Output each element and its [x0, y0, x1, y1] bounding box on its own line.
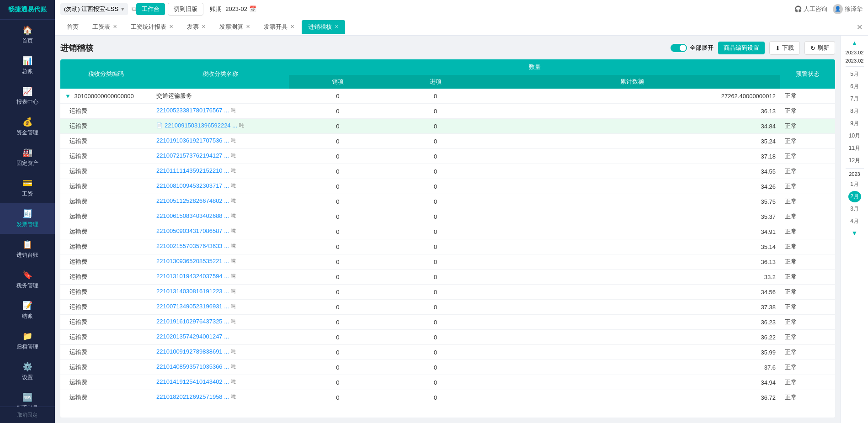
sidebar-item-ledger[interactable]: 📊 总账 [0, 50, 55, 81]
calendar-month-12[interactable]: 12月 [844, 155, 865, 166]
tab-home[interactable]: 首页 [60, 20, 85, 34]
calendar-month-4[interactable]: 4月 [844, 216, 865, 227]
sidebar-item-finance[interactable]: 💰 资金管理 [0, 111, 55, 142]
sidebar-item-tax[interactable]: 🔖 税务管理 [0, 264, 55, 295]
close-icon[interactable]: ✕ [202, 24, 206, 30]
table-row[interactable]: 运输费 22101910361921707536 ... 吨 0 0 35.24… [60, 134, 835, 149]
close-icon[interactable]: ✕ [335, 24, 339, 30]
toggle-track[interactable] [671, 44, 687, 52]
calendar-month-8[interactable]: 8月 [844, 106, 865, 117]
sidebar-item-guide[interactable]: 🆕 新手引导 [0, 387, 55, 407]
calendar-month-5[interactable]: 5月 [844, 69, 865, 80]
table-row[interactable]: 运输费 22101309365208535221 ... 吨 0 0 36.13… [60, 254, 835, 270]
tab-salary[interactable]: 工资表 ✕ [86, 20, 123, 34]
status-cell: 正常 [780, 375, 835, 390]
calendar-month-3[interactable]: 3月 [844, 203, 865, 215]
table-row[interactable]: ▼ 301000000000000000 交通运输服务 0 0 27262.40… [60, 89, 835, 104]
table-row[interactable]: 运输费 22101009192789838691 ... 吨 0 0 35.99… [60, 345, 835, 360]
item-name: 运输费 [69, 288, 87, 295]
refresh-icon: ↻ [810, 45, 815, 52]
invoice-no: 22100915031396592224 ... [165, 122, 237, 129]
calendar-icon[interactable]: 📅 [249, 5, 256, 12]
table-row[interactable]: 运输费 22100511252826674802 ... 吨 0 0 35.75… [60, 194, 835, 209]
workspace-button[interactable]: 工作台 [136, 3, 165, 15]
tax-name-cell: 22101408593571035366 ... 吨 [152, 360, 289, 373]
sidebar-item-salary[interactable]: 💳 工资 [0, 173, 55, 203]
header-actions: 全部展开 商品编码设置 ⬇ 下载 ↻ 刷新 [671, 41, 835, 55]
table-row[interactable]: 运输费 22100810094532303717 ... 吨 0 0 34.26… [60, 179, 835, 194]
status-cell: 正常 [780, 209, 835, 224]
tax-code-cell: 运输费 [60, 239, 152, 254]
unit-badge: 吨 [231, 137, 236, 144]
table-row[interactable]: 运输费 22101408593571035366 ... 吨 0 0 37.6 … [60, 360, 835, 375]
table-row[interactable]: 运输费 22100721573762194127 ... 吨 0 0 37.18… [60, 149, 835, 164]
table-row[interactable]: 运输费 22100713490523196931 ... 吨 0 0 37.38… [60, 300, 835, 315]
calendar-month-9[interactable]: 9月 [844, 118, 865, 129]
sidebar-item-invoice-mgmt[interactable]: 🧾 发票管理 [0, 203, 55, 234]
calendar-nav-up[interactable]: ▲ [849, 37, 860, 48]
calendar-nav-down[interactable]: ▼ [849, 227, 860, 238]
table-row[interactable]: 运输费 22100215570357643633 ... 吨 0 0 35.14… [60, 239, 835, 254]
tab-invoice[interactable]: 发票 ✕ [181, 20, 212, 34]
calendar-month-2-active[interactable]: 2月 [848, 191, 861, 202]
tab-invoice-open[interactable]: 发票开具 ✕ [257, 20, 301, 34]
table-row[interactable]: 运输费 22101419125410143402 ... 吨 0 0 34.94… [60, 375, 835, 390]
sales-cell: 0 [289, 149, 387, 164]
copy-icon[interactable]: ⧉ [132, 5, 136, 13]
help-button[interactable]: 🎧 人工咨询 [794, 5, 827, 13]
table-row[interactable]: 运输费 22101916102976437325 ... 吨 0 0 36.23… [60, 315, 835, 330]
purchase-cell: 0 [387, 315, 485, 330]
download-button[interactable]: ⬇ 下载 [769, 41, 800, 55]
switch-version-button[interactable]: 切到旧版 [168, 3, 203, 16]
sidebar-item-assets[interactable]: 🏭 固定资产 [0, 142, 55, 173]
tax-code-cell: 运输费 [60, 285, 152, 300]
tax-name-cell: 22100721573762194127 ... 吨 [152, 149, 289, 162]
company-selector[interactable]: (勿动) 江西报宝-LSS ▾ [60, 3, 128, 15]
table-row[interactable]: 运输费 📄 22100915031396592224 ... 吨 0 0 34.… [60, 119, 835, 134]
table-row[interactable]: 运输费 22101310194324037594 ... 吨 0 0 33.2 … [60, 270, 835, 285]
sidebar-item-label: 发票管理 [16, 221, 38, 228]
expand-arrow-icon[interactable]: ▼ [65, 93, 71, 100]
table-row[interactable]: 运输费 22100509034317086587 ... 吨 0 0 34.91… [60, 224, 835, 239]
sidebar-item-label: 工资 [22, 190, 33, 198]
pin-button[interactable]: 取消固定 [0, 407, 55, 423]
table-row[interactable]: 运输费 22102013574294001247 ... 0 0 36.22 正… [60, 330, 835, 345]
sidebar-item-purchase-sales[interactable]: 📋 进销台账 [0, 234, 55, 264]
user-menu[interactable]: 👤 徐泽华 [833, 4, 863, 14]
calendar-panel: ▲ 2023.02 2023.02 5月 6月 7月 8月 9月 10月 11月… [841, 36, 868, 423]
table-row[interactable]: 运输费 22101314030816191223 ... 吨 0 0 34.56… [60, 285, 835, 300]
table-row[interactable]: 运输费 22100523381780176567 ... 吨 0 0 36.13… [60, 104, 835, 119]
invoice-no: 22100509034317086587 ... [156, 227, 229, 234]
calendar-month-10[interactable]: 10月 [844, 130, 865, 142]
product-code-setting-button[interactable]: 商品编码设置 [718, 42, 765, 54]
tab-invoice-calc[interactable]: 发票测算 ✕ [213, 20, 256, 34]
invoice-no: 22100721573762194127 ... [156, 152, 229, 159]
close-icon[interactable]: ✕ [246, 24, 250, 30]
calendar-month-6[interactable]: 6月 [844, 81, 865, 92]
unit-badge: 吨 [231, 243, 236, 249]
table-row[interactable]: 运输费 22101820212692571958 ... 吨 0 0 36.72… [60, 390, 835, 405]
table-row[interactable]: 运输费 22101111143592152210 ... 吨 0 0 34.55… [60, 164, 835, 179]
close-icon[interactable]: ✕ [169, 24, 173, 30]
table-row[interactable]: 运输费 22100615083403402688 ... 吨 0 0 35.37… [60, 209, 835, 224]
cumulative-cell: 36.23 [485, 315, 780, 330]
tab-reconcile[interactable]: 进销稽核 ✕ [302, 20, 345, 34]
sidebar-item-archive[interactable]: 📁 归档管理 [0, 326, 55, 356]
sidebar-item-settlement[interactable]: 📝 结账 [0, 295, 55, 326]
expand-toggle[interactable]: 全部展开 [671, 44, 714, 52]
settings-icon: ⚙️ [22, 362, 32, 372]
tab-salary-stat[interactable]: 工资统计报表 ✕ [124, 20, 180, 34]
close-icon[interactable]: ✕ [290, 24, 294, 30]
sidebar-item-home[interactable]: 🏠 首页 [0, 20, 55, 50]
item-name: 运输费 [69, 258, 87, 265]
sidebar-item-report[interactable]: 📈 报表中心 [0, 81, 55, 111]
close-all-tabs-button[interactable]: ✕ [857, 22, 863, 31]
tax-code-cell: 运输费 [60, 345, 152, 360]
sidebar-item-settings[interactable]: ⚙️ 设置 [0, 356, 55, 387]
status-cell: 正常 [780, 104, 835, 119]
close-icon[interactable]: ✕ [113, 24, 117, 30]
refresh-button[interactable]: ↻ 刷新 [804, 41, 835, 55]
calendar-month-1[interactable]: 1月 [844, 179, 865, 190]
calendar-month-7[interactable]: 7月 [844, 93, 865, 105]
calendar-month-11[interactable]: 11月 [844, 143, 865, 154]
